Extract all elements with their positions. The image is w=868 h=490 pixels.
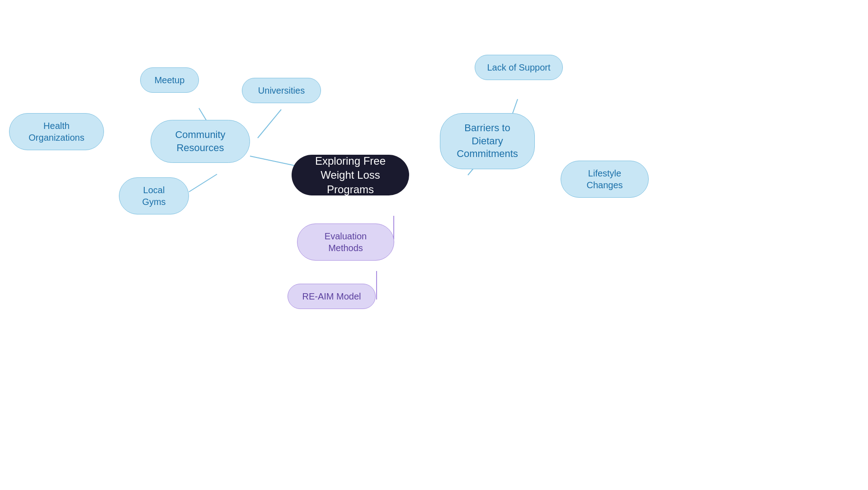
svg-line-4	[189, 174, 217, 192]
re-aim-model-node[interactable]: RE-AIM Model	[288, 284, 376, 309]
barriers-dietary-node[interactable]: Barriers to Dietary Commitments	[440, 113, 535, 169]
lack-of-support-node[interactable]: Lack of Support	[475, 55, 563, 80]
universities-node[interactable]: Universities	[242, 78, 321, 103]
meetup-node[interactable]: Meetup	[140, 67, 199, 93]
community-resources-node[interactable]: Community Resources	[151, 120, 250, 163]
local-gyms-node[interactable]: Local Gyms	[119, 177, 189, 214]
center-node[interactable]: Exploring Free Weight Loss Programs	[292, 155, 409, 195]
health-organizations-node[interactable]: Health Organizations	[9, 113, 104, 150]
lifestyle-changes-node[interactable]: Lifestyle Changes	[561, 161, 649, 198]
svg-line-3	[258, 109, 281, 138]
evaluation-methods-node[interactable]: Evaluation Methods	[297, 224, 394, 261]
